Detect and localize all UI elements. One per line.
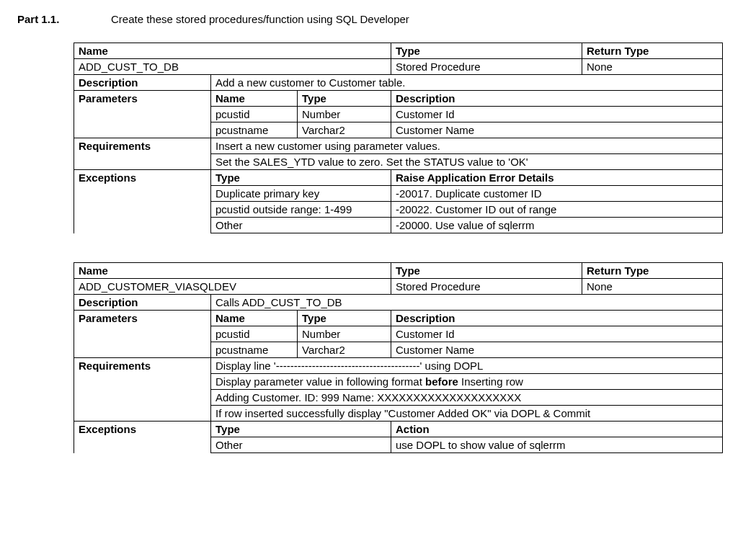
label-parameters: Parameters xyxy=(74,311,211,358)
exc-type: Other xyxy=(211,218,391,233)
table-row: Requirements Insert a new customer using… xyxy=(74,138,723,154)
header-return-type: Return Type xyxy=(582,43,723,59)
param-header-name: Name xyxy=(211,311,298,326)
param-type: Varchar2 xyxy=(298,122,391,138)
exc-type: Duplicate primary key xyxy=(211,186,391,202)
part-title: Create these stored procedures/function … xyxy=(111,13,409,25)
exc-detail: -20000. Use value of sqlerrm xyxy=(391,218,723,233)
label-exceptions: Exceptions xyxy=(74,422,211,453)
param-name: pcustid xyxy=(211,326,298,342)
spec-table-2: Name Type Return Type ADD_CUSTOMER_VIASQ… xyxy=(74,262,739,453)
param-header-type: Type xyxy=(298,311,391,326)
header-name: Name xyxy=(74,43,391,59)
exc-header-action: Action xyxy=(391,422,723,437)
proc-return-type: None xyxy=(582,279,723,295)
proc-name: ADD_CUST_TO_DB xyxy=(74,59,391,75)
header-name: Name xyxy=(74,263,391,279)
exc-detail: -20017. Duplicate customer ID xyxy=(391,186,723,202)
label-description: Description xyxy=(74,75,211,91)
requirement-line: If row inserted successfully display "Cu… xyxy=(211,406,723,422)
proc-description: Calls ADD_CUST_TO_DB xyxy=(211,295,723,311)
proc-description: Add a new customer to Customer table. xyxy=(211,75,723,91)
table-row: Exceptions Type Action xyxy=(74,422,723,437)
label-requirements: Requirements xyxy=(74,138,211,170)
label-parameters: Parameters xyxy=(74,91,211,138)
table-row: Name Type Return Type xyxy=(74,43,723,59)
exc-header-type: Type xyxy=(211,422,391,437)
proc-return-type: None xyxy=(582,59,723,75)
exc-type: Other xyxy=(211,437,391,453)
table-row: ADD_CUST_TO_DB Stored Procedure None xyxy=(74,59,723,75)
part-label: Part 1.1. xyxy=(17,13,111,25)
exc-type: pcustid outside range: 1-499 xyxy=(211,202,391,218)
param-type: Number xyxy=(298,107,391,122)
param-header-desc: Description xyxy=(391,311,723,326)
label-description: Description xyxy=(74,295,211,311)
requirement-line: Display line '--------------------------… xyxy=(211,358,723,374)
exc-header-type: Type xyxy=(211,170,391,186)
param-header-type: Type xyxy=(298,91,391,107)
requirement-line: Set the SALES_YTD value to zero. Set the… xyxy=(211,154,723,170)
table-row: Parameters Name Type Description xyxy=(74,91,723,107)
requirement-line: Display parameter value in following for… xyxy=(211,374,723,390)
table-add-customer-viasqldev: Name Type Return Type ADD_CUSTOMER_VIASQ… xyxy=(74,262,723,453)
param-name: pcustid xyxy=(211,107,298,122)
label-exceptions: Exceptions xyxy=(74,170,211,233)
header-return-type: Return Type xyxy=(582,263,723,279)
exc-detail: use DOPL to show value of sqlerrm xyxy=(391,437,723,453)
table-row: Name Type Return Type xyxy=(74,263,723,279)
param-type: Number xyxy=(298,326,391,342)
param-desc: Customer Id xyxy=(391,326,723,342)
req-text-bold: before xyxy=(425,375,458,388)
req-text: Inserting row xyxy=(458,375,523,388)
param-desc: Customer Name xyxy=(391,342,723,358)
param-header-name: Name xyxy=(211,91,298,107)
table-row: Parameters Name Type Description xyxy=(74,311,723,326)
header-type: Type xyxy=(391,263,582,279)
table-row: ADD_CUSTOMER_VIASQLDEV Stored Procedure … xyxy=(74,279,723,295)
header-type: Type xyxy=(391,43,582,59)
table-row: Description Calls ADD_CUST_TO_DB xyxy=(74,295,723,311)
param-desc: Customer Id xyxy=(391,107,723,122)
table-add-cust-to-db: Name Type Return Type ADD_CUST_TO_DB Sto… xyxy=(74,43,723,233)
param-name: pcustname xyxy=(211,342,298,358)
label-requirements: Requirements xyxy=(74,358,211,422)
requirement-line: Adding Customer. ID: 999 Name: XXXXXXXXX… xyxy=(211,390,723,406)
param-desc: Customer Name xyxy=(391,122,723,138)
param-type: Varchar2 xyxy=(298,342,391,358)
table-row: Requirements Display line '-------------… xyxy=(74,358,723,374)
proc-type: Stored Procedure xyxy=(391,279,582,295)
proc-type: Stored Procedure xyxy=(391,59,582,75)
spec-table-1: Name Type Return Type ADD_CUST_TO_DB Sto… xyxy=(74,43,739,233)
table-row: Description Add a new customer to Custom… xyxy=(74,75,723,91)
requirement-line: Insert a new customer using parameter va… xyxy=(211,138,723,154)
exc-detail: -20022. Customer ID out of range xyxy=(391,202,723,218)
table-row: Exceptions Type Raise Application Error … xyxy=(74,170,723,186)
section-heading: Part 1.1. Create these stored procedures… xyxy=(17,13,739,25)
exc-header-detail: Raise Application Error Details xyxy=(391,170,723,186)
param-name: pcustname xyxy=(211,122,298,138)
proc-name: ADD_CUSTOMER_VIASQLDEV xyxy=(74,279,391,295)
req-text: Display parameter value in following for… xyxy=(215,375,425,388)
param-header-desc: Description xyxy=(391,91,723,107)
